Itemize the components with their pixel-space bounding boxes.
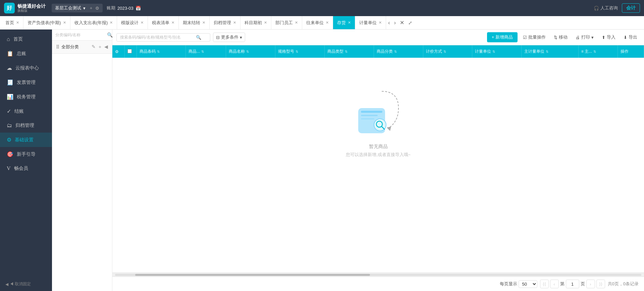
import-label: 导入 — [607, 34, 615, 40]
sort-barcode-icon[interactable]: ⇅ — [157, 50, 160, 53]
th-category-label: 商品分类 — [377, 49, 393, 54]
sort-spec-icon[interactable]: ⇅ — [296, 50, 298, 53]
batch-op-button[interactable]: ☑ 批量操作 — [520, 33, 548, 42]
th-checkbox[interactable] — [124, 45, 137, 58]
tab-close-dept[interactable]: ✕ — [295, 20, 298, 25]
tab-label: 税表清单 — [152, 20, 169, 26]
sort-code-icon[interactable]: ⇅ — [201, 50, 204, 53]
tab-label: 首页 — [5, 20, 14, 26]
tab-prev-button[interactable]: ‹ — [386, 18, 392, 27]
tab-close-subject[interactable]: ✕ — [264, 20, 267, 25]
left-panel: 🔍 ⠿ 全部分类 ✎ ＋ ◀ — [52, 30, 112, 291]
tab-balance[interactable]: 资产负债表(中期) ✕ — [23, 16, 70, 30]
tab-inventory[interactable]: 存货 ✕ — [333, 16, 355, 30]
all-category-item[interactable]: ⠿ 全部分类 ✎ ＋ ◀ — [52, 41, 112, 54]
checkbox-icon: ☑ — [523, 35, 527, 40]
plus-icon[interactable]: ＋ — [89, 5, 93, 11]
product-search-input[interactable] — [120, 35, 194, 40]
sort-unit-icon[interactable]: ⇅ — [492, 50, 495, 53]
page-prev-button[interactable]: ‹ — [550, 280, 559, 288]
search-icon[interactable]: 🔍 — [196, 35, 201, 40]
archive-icon: 🗂 — [7, 123, 12, 129]
tab-close-template[interactable]: ✕ — [141, 20, 144, 25]
sidebar-item-settings[interactable]: ⚙ 基础设置 — [0, 133, 52, 147]
tab-close-inventory[interactable]: ✕ — [348, 20, 351, 25]
tab-close-income[interactable]: ✕ — [110, 20, 113, 25]
th-settings[interactable]: ⚙ — [112, 45, 124, 58]
sort-main-unit-icon[interactable]: ⇅ — [546, 50, 548, 53]
move-button[interactable]: ⇅ 移动 — [551, 33, 570, 42]
horizontal-scrollbar[interactable] — [112, 273, 644, 277]
tab-home[interactable]: 首页 ✕ — [1, 16, 23, 30]
tab-template[interactable]: 模版设计 ✕ — [117, 16, 148, 30]
per-page-select[interactable]: 50 10 20 100 — [519, 280, 537, 288]
import-icon: ⬆ — [602, 35, 605, 40]
sort-price-icon[interactable]: ⇅ — [443, 50, 446, 53]
tab-taxlist[interactable]: 税表清单 ✕ — [148, 16, 179, 30]
tab-label: 归档管理 — [214, 20, 231, 26]
sort-main2-icon[interactable]: ⇅ — [593, 50, 596, 53]
kuaiji-button[interactable]: 会计 — [622, 3, 640, 13]
edit-category-icon[interactable]: ✎ — [92, 44, 96, 50]
settings-icon[interactable]: ⚙ — [95, 6, 99, 11]
sidebar-item-archive[interactable]: 🗂 归档管理 — [0, 118, 52, 133]
add-category-icon[interactable]: ＋ — [98, 44, 102, 50]
export-button[interactable]: ⬇ 导出 — [621, 33, 640, 42]
tab-income[interactable]: 收入支出表(年报) ✕ — [70, 16, 117, 30]
tab-close-all-button[interactable]: ✕ — [398, 18, 406, 27]
print-label: 打印 — [581, 34, 590, 40]
sidebar-item-guide[interactable]: 🎯 新手引导 — [0, 147, 52, 161]
page-last-button[interactable]: ⟩⟩ — [596, 280, 605, 288]
empty-arrow-svg — [352, 85, 405, 138]
tab-close-home[interactable]: ✕ — [16, 20, 19, 25]
consult-button[interactable]: 🎧 人工咨询 — [594, 5, 618, 11]
th-main2: ≡ 主... ⇅ — [578, 45, 618, 58]
tab-close-period[interactable]: ✕ — [202, 20, 205, 25]
page-first-button[interactable]: ⟨⟨ — [540, 280, 549, 288]
page-next-button[interactable]: › — [586, 280, 595, 288]
tab-next-button[interactable]: › — [392, 18, 398, 27]
sort-category-icon[interactable]: ⇅ — [394, 50, 397, 53]
sidebar-item-tax[interactable]: 📊 税务管理 — [0, 90, 52, 104]
tab-label: 计量单位 — [359, 20, 377, 26]
svg-rect-3 — [361, 115, 378, 116]
tab-close-archive[interactable]: ✕ — [233, 20, 236, 25]
unpin-button[interactable]: ◀ ◀ 取消固定 — [0, 277, 52, 291]
tab-close-balance[interactable]: ✕ — [63, 20, 66, 25]
category-search-icon[interactable]: 🔍 — [107, 32, 113, 38]
calendar-icon[interactable]: 📅 — [136, 6, 141, 11]
sort-name-icon[interactable]: ⇅ — [246, 50, 249, 53]
page-number-input[interactable] — [566, 280, 579, 288]
sidebar-item-reports[interactable]: ☁ 云报表中心 — [0, 61, 52, 75]
th-unit: 计量单位 ⇅ — [472, 45, 522, 58]
sort-type-icon[interactable]: ⇅ — [345, 50, 347, 53]
company-selector[interactable]: 基层工会测试 ▾ ＋ ⚙ — [52, 4, 103, 12]
tab-close-taxlist[interactable]: ✕ — [171, 20, 174, 25]
sidebar-item-ledger[interactable]: 📋 总账 — [0, 46, 52, 61]
tab-unit[interactable]: 计量单位 ✕ — [355, 16, 386, 30]
new-product-button[interactable]: + 新增商品 — [487, 32, 518, 42]
collapse-panel-icon[interactable]: ◀ — [104, 44, 108, 50]
tab-archive[interactable]: 归档管理 ✕ — [210, 16, 240, 30]
empty-state: 暂无商品 您可以选择新增,或者直接导入哦~ — [112, 58, 644, 185]
sidebar-label-ledger: 总账 — [17, 51, 26, 57]
sidebar-item-member[interactable]: V 畅会员 — [0, 161, 52, 176]
column-settings-icon[interactable]: ⚙ — [115, 49, 119, 54]
scroll-thumb[interactable] — [135, 274, 370, 276]
tab-contacts[interactable]: 往来单位 ✕ — [302, 16, 333, 30]
sidebar-item-invoice[interactable]: 🧾 发票管理 — [0, 75, 52, 90]
tab-close-contacts[interactable]: ✕ — [326, 20, 329, 25]
import-button[interactable]: ⬆ 导入 — [599, 33, 618, 42]
print-button[interactable]: 🖨 打印 ▾ — [573, 33, 596, 42]
select-all-checkbox[interactable] — [127, 49, 132, 53]
sidebar-item-checkout[interactable]: ✓ 结账 — [0, 104, 52, 118]
tab-expand-button[interactable]: ⤢ — [406, 19, 414, 27]
main-layout: ⌂ 首页 📋 总账 ☁ 云报表中心 🧾 发票管理 📊 税务管理 ✓ 结账 🗂 归… — [0, 30, 644, 291]
tab-dept[interactable]: 部门员工 ✕ — [271, 16, 302, 30]
more-conditions-button[interactable]: ⊟ 更多条件 ▾ — [213, 33, 245, 42]
sidebar-item-home[interactable]: ⌂ 首页 — [0, 32, 52, 46]
tab-period-close[interactable]: 期末结转 ✕ — [179, 16, 210, 30]
tab-subject[interactable]: 科目期初 ✕ — [240, 16, 271, 30]
category-search-input[interactable] — [55, 33, 106, 37]
tab-close-unit[interactable]: ✕ — [379, 20, 382, 25]
